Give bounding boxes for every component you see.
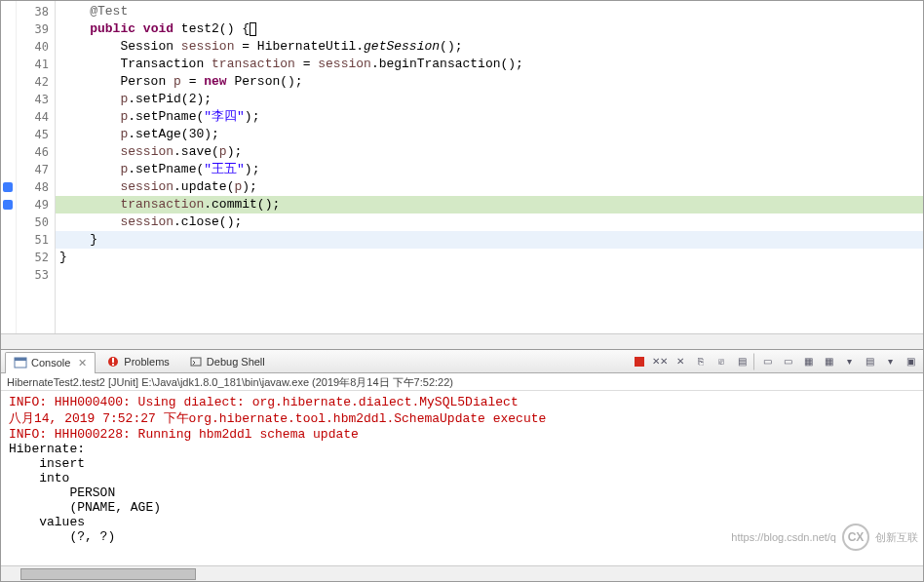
code-line[interactable]: @Test [56, 3, 923, 20]
code-line[interactable]: session.update(p); [56, 178, 923, 196]
line-number: 53 [17, 266, 55, 284]
toolbar-button-9[interactable]: ▦ [799, 353, 817, 370]
console-horizontal-scrollbar[interactable] [1, 565, 923, 581]
toolbar-button-1[interactable]: ✕✕ [651, 353, 669, 370]
svg-rect-4 [112, 364, 114, 366]
line-number: 42 [17, 73, 55, 91]
toolbar-button-5[interactable]: ▤ [733, 353, 751, 370]
launch-info: HibernateTest2.test2 [JUnit] E:\Java\jdk… [1, 373, 923, 391]
code-line[interactable]: transaction.commit(); [56, 196, 923, 213]
console-toolbar: ✕✕✕⎘⎚▤▭▭▦▦▾▤▾▣ [631, 353, 919, 370]
console-line: Hibernate: [9, 442, 915, 456]
watermark-brand: 创新互联 [875, 530, 918, 545]
code-line[interactable]: p.setPname("王五"); [56, 161, 923, 178]
breakpoint-marker[interactable] [3, 182, 13, 192]
terminate-icon [635, 357, 644, 367]
line-number: 45 [17, 126, 55, 143]
toolbar-button-10[interactable]: ▦ [820, 353, 837, 370]
scrollbar-thumb[interactable] [20, 568, 196, 580]
line-number: 40 [17, 38, 55, 56]
code-line[interactable]: public void test2() { [56, 20, 923, 38]
toolbar-button-4[interactable]: ⎚ [712, 353, 730, 370]
toolbar-button-8[interactable]: ▭ [779, 353, 796, 370]
code-line[interactable]: } [56, 231, 923, 249]
toolbar-button-3[interactable]: ⎘ [692, 353, 710, 370]
line-number: 52 [17, 249, 55, 266]
console-line: insert [9, 456, 915, 471]
toolbar-button-6 [753, 353, 755, 370]
code-line[interactable]: session.close(); [56, 213, 923, 231]
code-line[interactable] [56, 266, 923, 284]
code-line[interactable]: p.setAge(30); [56, 126, 923, 143]
toolbar-button-0[interactable] [631, 353, 648, 370]
editor-horizontal-scrollbar[interactable] [1, 333, 923, 349]
line-number: 41 [17, 56, 55, 73]
line-number: 47 [17, 161, 55, 178]
problems-icon [106, 355, 120, 369]
svg-rect-1 [15, 358, 26, 361]
watermark: https://blog.csdn.net/q CX 创新互联 [731, 524, 918, 551]
toolbar-button-14[interactable]: ▣ [902, 353, 919, 370]
console-line: PERSON [9, 485, 915, 500]
console-line: 八月14, 2019 7:52:27 下午org.hibernate.tool.… [9, 409, 915, 427]
svg-rect-5 [191, 358, 201, 366]
console-line: into [9, 471, 915, 485]
toolbar-button-2[interactable]: ✕ [672, 353, 689, 370]
toolbar-button-11[interactable]: ▾ [840, 353, 858, 370]
tab-debug-shell-label: Debug Shell [207, 356, 265, 368]
close-icon[interactable]: ✕ [78, 357, 87, 369]
line-number: 44 [17, 108, 55, 126]
code-line[interactable]: Transaction transaction = session.beginT… [56, 56, 923, 73]
toolbar-button-12[interactable]: ▤ [861, 353, 878, 370]
code-area[interactable]: 38394041424344454647484950515253 @Test p… [1, 1, 923, 333]
console-line: INFO: HHH000228: Running hbm2ddl schema … [9, 427, 915, 442]
toolbar-button-7[interactable]: ▭ [758, 353, 776, 370]
code-line[interactable]: Person p = new Person(); [56, 73, 923, 91]
line-number: 39 [17, 20, 55, 38]
console-icon [14, 356, 27, 369]
line-number: 43 [17, 91, 55, 108]
toolbar-button-13[interactable]: ▾ [881, 353, 899, 370]
code-line[interactable]: Session session = HibernateUtil.getSessi… [56, 38, 923, 56]
code-line[interactable]: } [56, 249, 923, 266]
code-line[interactable]: session.save(p); [56, 143, 923, 161]
code-line[interactable]: p.setPname("李四"); [56, 108, 923, 126]
debug-shell-icon [189, 355, 203, 369]
tab-problems-label: Problems [124, 356, 169, 368]
line-number: 38 [17, 3, 55, 20]
code-editor-pane: 38394041424344454647484950515253 @Test p… [1, 1, 923, 350]
console-line: INFO: HHH000400: Using dialect: org.hibe… [9, 395, 915, 409]
code-line[interactable]: p.setPid(2); [56, 91, 923, 108]
tab-console[interactable]: Console ✕ [5, 352, 96, 373]
watermark-url: https://blog.csdn.net/q [731, 531, 836, 543]
line-number: 48 [17, 178, 55, 196]
line-number: 50 [17, 213, 55, 231]
views-tabbar: Console ✕ Problems Debug Shell ✕✕✕⎘⎚▤▭▭▦… [1, 350, 923, 373]
tab-debug-shell[interactable]: Debug Shell [180, 351, 274, 372]
line-number: 49 [17, 196, 55, 213]
line-number: 46 [17, 143, 55, 161]
tab-problems[interactable]: Problems [97, 351, 177, 372]
watermark-logo-icon: CX [842, 524, 869, 551]
line-number: 51 [17, 231, 55, 249]
svg-rect-3 [112, 358, 114, 363]
marker-column [1, 1, 17, 333]
console-line: (PNAME, AGE) [9, 500, 915, 515]
tab-console-label: Console [31, 357, 70, 369]
code-content[interactable]: @Test public void test2() { Session sess… [56, 1, 923, 333]
line-number-gutter: 38394041424344454647484950515253 [17, 1, 56, 333]
breakpoint-marker[interactable] [3, 200, 13, 210]
